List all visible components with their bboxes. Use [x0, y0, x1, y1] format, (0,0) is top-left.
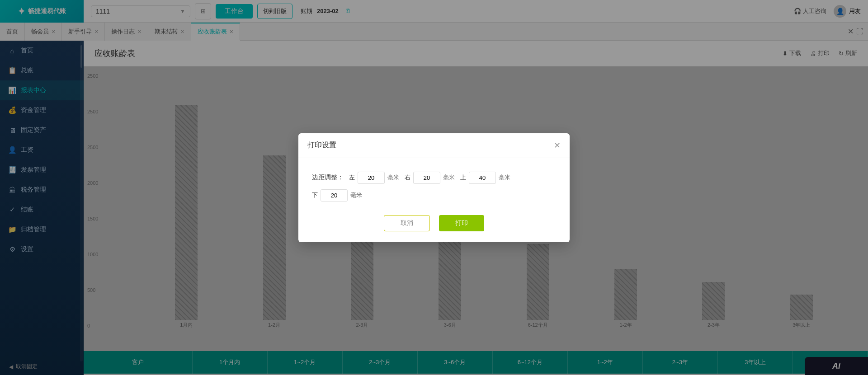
top-margin-input[interactable] [469, 172, 496, 184]
bottom-margin-input[interactable] [321, 189, 348, 202]
bottom-margin-unit: 毫米 [350, 191, 362, 199]
modal-close-button[interactable]: ✕ [554, 141, 561, 150]
right-margin-input[interactable] [413, 172, 440, 184]
print-settings-dialog: 打印设置 ✕ 边距调整： 左 毫米 右 毫米 上 毫米 [298, 133, 570, 242]
top-margin-unit: 毫米 [499, 173, 510, 182]
right-margin-label: 右 [405, 173, 410, 182]
top-margin-label: 上 [460, 173, 466, 182]
right-margin-unit: 毫米 [443, 173, 455, 182]
confirm-print-button[interactable]: 打印 [439, 215, 484, 231]
bottom-margin-label: 下 [312, 191, 318, 199]
modal-overlay: 打印设置 ✕ 边距调整： 左 毫米 右 毫米 上 毫米 [0, 0, 868, 375]
left-margin-unit: 毫米 [387, 173, 399, 182]
left-margin-label: 左 [349, 173, 355, 182]
margin-adjust-label: 边距调整： [312, 173, 344, 182]
left-margin-input[interactable] [358, 172, 385, 184]
modal-title: 打印设置 [307, 141, 336, 150]
cancel-print-button[interactable]: 取消 [384, 215, 430, 231]
